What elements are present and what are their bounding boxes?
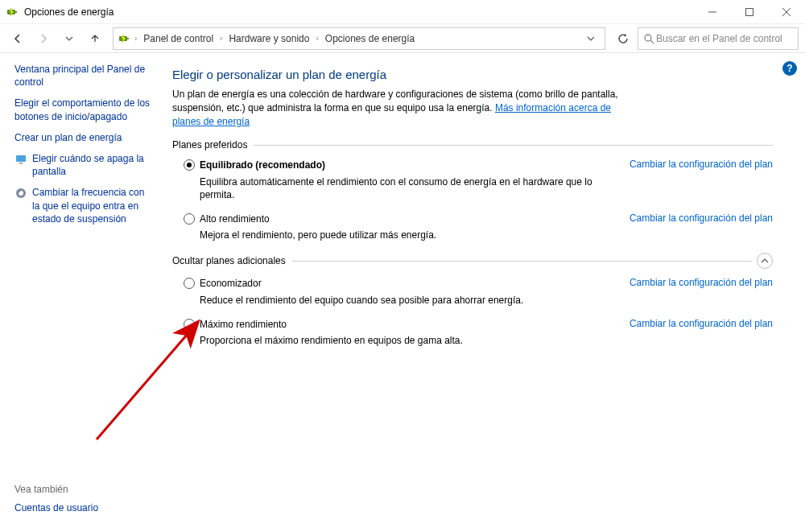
close-button[interactable] [768, 0, 805, 24]
sidebar-item-label: Elegir cuándo se apaga la pantalla [32, 152, 153, 178]
address-dropdown-button[interactable] [582, 28, 600, 49]
svg-rect-11 [19, 163, 23, 164]
radio-power-saver[interactable] [184, 278, 195, 289]
refresh-button[interactable] [612, 27, 634, 50]
search-input[interactable] [654, 32, 793, 45]
address-bar[interactable]: › Panel de control › Hardware y sonido ›… [113, 27, 605, 50]
svg-rect-10 [16, 155, 26, 162]
up-button[interactable] [84, 27, 106, 50]
svg-rect-3 [746, 8, 753, 15]
svg-rect-1 [15, 11, 17, 13]
page-title: Elegir o personalizar un plan de energía [172, 68, 773, 81]
sidebar-footer: Vea también Cuentas de usuario [14, 484, 153, 524]
sidebar-item-label: Cambiar la frecuencia con la que el equi… [32, 186, 153, 225]
titlebar: Opciones de energía [0, 0, 805, 24]
group-heading-preferred: Planes preferidos [172, 139, 773, 151]
group-heading-additional: Ocultar planes adicionales [172, 253, 773, 269]
svg-point-8 [645, 35, 651, 41]
sidebar-link-sleep[interactable]: Cambiar la frecuencia con la que el equi… [14, 186, 153, 225]
plan-description: Equilibra automáticamente el rendimiento… [200, 175, 602, 201]
plan-name[interactable]: Equilibrado (recomendado) [200, 159, 613, 171]
search-icon [643, 33, 654, 44]
preferred-plans-group: Planes preferidos Equilibrado (recomenda… [172, 139, 773, 241]
additional-plans-group: Ocultar planes adicionales Economizador … [172, 253, 773, 347]
page-description: Un plan de energía es una colección de h… [172, 88, 623, 128]
sidebar-link-user-accounts[interactable]: Cuentas de usuario [14, 501, 153, 514]
addressbar-power-icon [118, 32, 131, 45]
minimize-button[interactable] [694, 0, 731, 24]
help-icon[interactable]: ? [782, 61, 797, 76]
search-box[interactable] [638, 27, 799, 50]
change-plan-link[interactable]: Cambiar la configuración del plan [630, 318, 773, 329]
main-panel: ? Elegir o personalizar un plan de energ… [161, 53, 805, 532]
plan-ultimate-performance: Máximo rendimiento Cambiar la configurac… [172, 318, 773, 347]
plan-power-saver: Economizador Cambiar la configuración de… [172, 277, 773, 306]
change-plan-link[interactable]: Cambiar la configuración del plan [630, 159, 773, 170]
svg-rect-7 [127, 38, 129, 39]
sidebar-link-create-plan[interactable]: Crear un plan de energía [14, 131, 153, 144]
sidebar-link-display-off[interactable]: Elegir cuándo se apaga la pantalla [14, 152, 153, 178]
power-options-icon [6, 6, 19, 19]
breadcrumb-item[interactable]: Hardware y sonido [225, 31, 312, 46]
sidebar-link-button-behavior[interactable]: Elegir el comportamiento de los botones … [14, 97, 153, 122]
back-button[interactable] [6, 27, 29, 50]
plan-balanced: Equilibrado (recomendado) Cambiar la con… [172, 159, 773, 201]
see-also-heading: Vea también [14, 484, 153, 495]
window-title: Opciones de energía [24, 6, 114, 18]
change-plan-link[interactable]: Cambiar la configuración del plan [630, 277, 773, 288]
monitor-icon [14, 153, 27, 166]
sidebar: Ventana principal del Panel de control E… [0, 53, 161, 532]
content-area: Ventana principal del Panel de control E… [0, 53, 805, 532]
svg-line-9 [650, 40, 654, 43]
group-heading-label[interactable]: Ocultar planes adicionales [172, 255, 286, 266]
toolbar: › Panel de control › Hardware y sonido ›… [0, 24, 805, 53]
breadcrumb-item[interactable]: Opciones de energía [322, 31, 418, 46]
maximize-button[interactable] [731, 0, 768, 24]
chevron-right-icon[interactable]: › [134, 34, 137, 43]
plan-name[interactable]: Alto rendimiento [200, 212, 613, 225]
chevron-right-icon[interactable]: › [316, 34, 318, 43]
plan-description: Proporciona el máximo rendimiento en equ… [200, 334, 602, 347]
chevron-right-icon[interactable]: › [220, 34, 222, 43]
plan-description: Mejora el rendimiento, pero puede utiliz… [200, 229, 602, 241]
breadcrumb-item[interactable]: Panel de control [140, 31, 217, 46]
plan-high-performance: Alto rendimiento Cambiar la configuració… [172, 212, 773, 241]
plan-description: Reduce el rendimiento del equipo cuando … [200, 294, 602, 307]
divider [254, 145, 773, 146]
radio-balanced[interactable] [184, 159, 195, 171]
sidebar-link-control-panel-home[interactable]: Ventana principal del Panel de control [14, 63, 153, 89]
plan-name[interactable]: Máximo rendimiento [200, 318, 613, 331]
forward-button[interactable] [32, 27, 55, 50]
plan-name[interactable]: Economizador [200, 277, 613, 290]
radio-ultimate-performance[interactable] [184, 319, 195, 330]
divider [292, 261, 752, 262]
change-plan-link[interactable]: Cambiar la configuración del plan [630, 212, 773, 224]
radio-high-performance[interactable] [184, 213, 195, 225]
window-controls [694, 0, 805, 24]
collapse-button[interactable] [757, 253, 773, 269]
battery-icon [14, 187, 27, 200]
group-heading-label: Planes preferidos [172, 139, 247, 151]
recent-locations-button[interactable] [58, 27, 80, 50]
